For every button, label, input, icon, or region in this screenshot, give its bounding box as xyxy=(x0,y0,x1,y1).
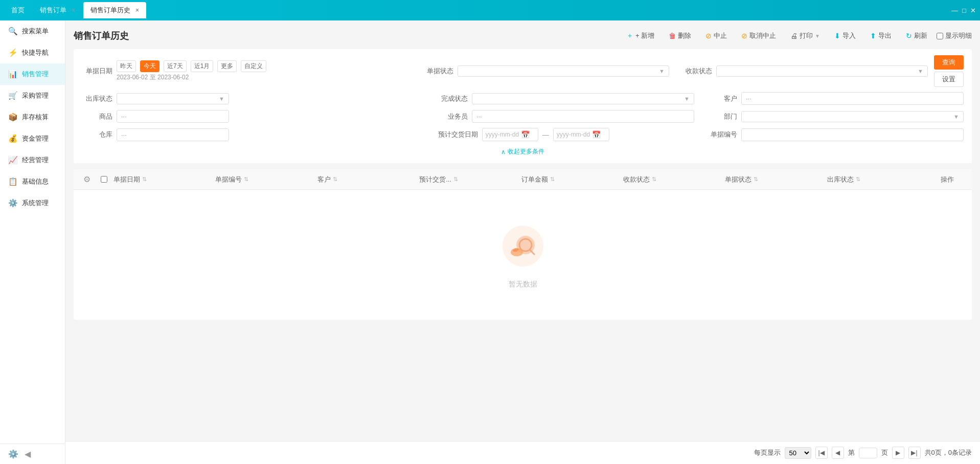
filter-row-1: 单据日期 昨天 今天 近7天 近1月 更多 自定义 2023-06-02 至 2… xyxy=(82,55,964,87)
refresh-icon: ↻ xyxy=(906,32,912,40)
first-page-btn[interactable]: |◀ xyxy=(815,447,828,459)
date-7days-btn[interactable]: 近7天 xyxy=(164,60,187,72)
sidebar-item-label: 系统管理 xyxy=(22,198,49,208)
expected-date-start[interactable]: yyyy-mm-dd 📅 xyxy=(482,128,538,141)
tab-销售订单[interactable]: 销售订单× xyxy=(33,2,82,18)
sidebar-item-快捷导航[interactable]: ⚡快捷导航 xyxy=(0,42,65,63)
page-number-input[interactable]: 1 xyxy=(859,448,877,458)
last-page-btn[interactable]: ▶| xyxy=(908,447,921,459)
sort-icon: ⇅ xyxy=(244,176,248,183)
sidebar-item-label: 快捷导航 xyxy=(22,48,49,57)
tab-首页[interactable]: 首页 xyxy=(4,2,32,18)
sidebar-item-系统管理[interactable]: ⚙️系统管理 xyxy=(0,192,65,214)
sidebar: 🔍搜索菜单⚡快捷导航📊销售管理🛒采购管理📦库存核算💰资金管理📈经营管理📋基础信息… xyxy=(0,20,65,464)
export-button[interactable]: ⬆ 导出 xyxy=(865,29,897,43)
bill-no-input[interactable] xyxy=(741,128,964,141)
date-more-btn[interactable]: 更多 xyxy=(217,60,237,72)
window-maximize-icon[interactable]: □ xyxy=(962,7,966,14)
display-detail-checkbox[interactable] xyxy=(937,33,943,39)
sidebar-item-搜索菜单[interactable]: 🔍搜索菜单 xyxy=(0,20,65,42)
department-dropdown-icon: ▼ xyxy=(953,114,959,120)
sidebar-item-label: 销售管理 xyxy=(22,70,49,79)
import-icon: ⬇ xyxy=(834,32,840,40)
stop-button[interactable]: ⊘ 中止 xyxy=(700,29,732,43)
date-custom-btn[interactable]: 自定义 xyxy=(241,60,266,72)
table-select-all[interactable] xyxy=(96,176,111,183)
payment-status-select[interactable]: ▼ xyxy=(716,65,928,77)
expected-date-end[interactable]: yyyy-mm-dd 📅 xyxy=(553,128,609,141)
table-area: ⚙ 单据日期⇅单据编号⇅客户⇅预计交货...⇅订单金额⇅收款状态⇅单据状态⇅出库… xyxy=(74,169,972,320)
date-yesterday-btn[interactable]: 昨天 xyxy=(117,60,136,72)
sidebar-icon: 📊 xyxy=(8,70,18,79)
refresh-button[interactable]: ↻ 刷新 xyxy=(901,29,932,43)
sidebar-bottom: ⚙️ ◀ xyxy=(0,444,65,464)
collapse-sidebar-icon[interactable]: ◀ xyxy=(25,449,31,459)
sidebar-item-经营管理[interactable]: 📈经营管理 xyxy=(0,149,65,171)
th-单据状态[interactable]: 单据状态⇅ xyxy=(723,175,825,184)
th-订单金额[interactable]: 订单金额⇅ xyxy=(519,175,621,184)
print-button[interactable]: 🖨 打印 ▼ xyxy=(785,29,825,43)
tab-close-icon[interactable]: × xyxy=(135,7,139,14)
filter-salesperson: 业务员 ··· xyxy=(437,110,694,123)
per-page-select[interactable]: 102050100 xyxy=(785,447,811,459)
sidebar-icon: ⚙️ xyxy=(8,198,18,208)
date-1month-btn[interactable]: 近1月 xyxy=(191,60,214,72)
tab-close-icon[interactable]: × xyxy=(72,7,75,14)
delete-button[interactable]: 🗑 删除 xyxy=(664,29,696,43)
customer-input[interactable]: ··· xyxy=(741,92,964,105)
tab-bar: 首页销售订单×销售订单历史× xyxy=(4,2,951,18)
bill-no-label: 单据编号 xyxy=(706,130,737,139)
sidebar-icon: 🔍 xyxy=(8,27,18,36)
settings-button[interactable]: 设置 xyxy=(934,72,964,87)
complete-status-select[interactable]: ▼ xyxy=(472,93,694,104)
th-收款状态[interactable]: 收款状态⇅ xyxy=(621,175,723,184)
department-label: 部门 xyxy=(706,112,737,121)
sidebar-item-销售管理[interactable]: 📊销售管理 xyxy=(0,63,65,85)
prev-page-btn[interactable]: ◀ xyxy=(832,447,844,459)
goods-input[interactable]: ··· xyxy=(117,110,229,123)
th-单据日期[interactable]: 单据日期⇅ xyxy=(111,175,213,184)
filter-warehouse: 仓库 ··· xyxy=(82,128,425,141)
date-today-btn[interactable]: 今天 xyxy=(140,60,159,72)
sort-icon: ⇅ xyxy=(550,176,555,183)
th-单据编号[interactable]: 单据编号⇅ xyxy=(213,175,315,184)
sort-icon: ⇅ xyxy=(754,176,758,183)
sidebar-item-label: 资金管理 xyxy=(22,134,49,143)
top-bar-right: — □ ✕ xyxy=(951,7,976,14)
cancel-stop-button[interactable]: ⊘ 取消中止 xyxy=(736,29,781,43)
table-settings-icon[interactable]: ⚙ xyxy=(78,174,96,184)
salesperson-input[interactable]: ··· xyxy=(472,110,694,123)
import-button[interactable]: ⬇ 导入 xyxy=(829,29,861,43)
sidebar-item-资金管理[interactable]: 💰资金管理 xyxy=(0,128,65,149)
query-button[interactable]: 查询 xyxy=(934,55,964,70)
outbound-status-select[interactable]: ▼ xyxy=(117,93,229,104)
bill-status-select[interactable]: ▼ xyxy=(458,65,669,77)
expected-date-label: 预计交货日期 xyxy=(437,130,478,139)
collapse-row[interactable]: ∧ 收起更多条件 xyxy=(82,146,964,157)
th-预计交货...[interactable]: 预计交货...⇅ xyxy=(417,175,519,184)
window-close-icon[interactable]: ✕ xyxy=(970,7,976,14)
chevron-up-icon: ∧ xyxy=(501,148,506,156)
outbound-dropdown-icon: ▼ xyxy=(219,96,224,102)
window-minimize-icon[interactable]: — xyxy=(951,7,958,14)
sidebar-item-库存核算[interactable]: 📦库存核算 xyxy=(0,106,65,128)
sidebar-item-采购管理[interactable]: 🛒采购管理 xyxy=(0,85,65,106)
tab-销售订单历史[interactable]: 销售订单历史× xyxy=(83,2,146,18)
filter-row-2: 出库状态 ▼ 完成状态 ▼ 客户 xyxy=(82,92,964,105)
sidebar-item-基础信息[interactable]: 📋基础信息 xyxy=(0,171,65,192)
th-客户[interactable]: 客户⇅ xyxy=(315,175,417,184)
select-all-checkbox[interactable] xyxy=(101,176,107,183)
filter-bill-no: 单据编号 xyxy=(706,128,964,141)
date-label: 单据日期 xyxy=(82,67,112,76)
warehouse-input[interactable]: ··· xyxy=(117,128,229,141)
th-出库状态[interactable]: 出库状态⇅ xyxy=(825,175,927,184)
calendar-end-icon: 📅 xyxy=(592,130,601,139)
complete-status-label: 完成状态 xyxy=(437,94,468,103)
add-button[interactable]: ＋ + 新增 xyxy=(621,29,659,43)
settings-bottom-icon[interactable]: ⚙️ xyxy=(8,449,18,459)
toolbar: ＋ + 新增 🗑 删除 ⊘ 中止 ⊘ 取消中止 xyxy=(621,29,972,43)
stop-icon: ⊘ xyxy=(705,32,712,40)
delete-icon: 🗑 xyxy=(669,32,676,40)
next-page-btn[interactable]: ▶ xyxy=(892,447,904,459)
department-select[interactable]: ▼ xyxy=(741,111,964,122)
